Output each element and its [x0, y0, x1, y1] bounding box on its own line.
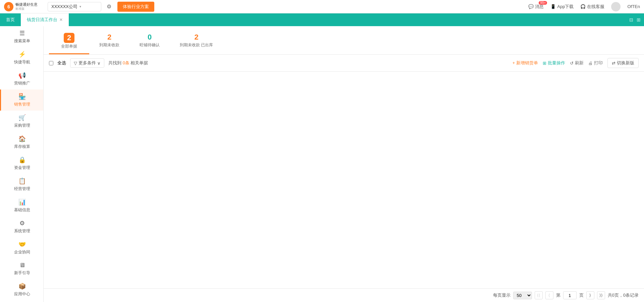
company-name: XXXXXX公司 [51, 4, 77, 10]
total-text: 共0页，0条记录 [608, 292, 639, 298]
logo-sub: 标准版 [15, 7, 38, 11]
sidebar-label-basic-info: 基础信息 [14, 207, 30, 213]
app-center-icon: 📦 [18, 283, 26, 290]
sidebar-label-search-menu: 搜索菜单 [14, 38, 30, 44]
print-icon: 🖨 [588, 61, 593, 66]
last-page-button[interactable]: ⟩⟩ [597, 291, 605, 299]
next-page-button[interactable]: ⟩ [586, 291, 594, 299]
sidebar-item-system[interactable]: ⚙ 系统管理 [0, 216, 43, 237]
operations-icon: 📋 [18, 177, 26, 185]
message-button[interactable]: 💬 消息 99+ [528, 4, 544, 10]
tab-bar: 首页 钱货日清工作台 ✕ ⊟ ⊞ [0, 13, 644, 26]
sidebar-label-newbie: 新手引导 [14, 270, 30, 276]
sidebar-item-enterprise[interactable]: 🤝 企业协同 [0, 237, 43, 258]
settings-button[interactable]: ⚙ [104, 2, 114, 12]
stats-tabs: 2 全部单据 2 到期未收款 0 旺铺待确认 2 到期未收款 已出库 [44, 26, 644, 55]
trial-button[interactable]: 体验行业方案 [117, 2, 154, 12]
content-area: 2 全部单据 2 到期未收款 0 旺铺待确认 2 到期未收款 已出库 全选 ▽ … [44, 26, 644, 302]
sidebar-item-quick-nav[interactable]: ⚡ 快捷导航 [0, 47, 43, 68]
pagination: 每页显示 50 100 200 ⟨⟨ ⟨ 第 页 ⟩ ⟩⟩ 共0页，0条记录 [44, 288, 644, 302]
first-page-button[interactable]: ⟨⟨ [535, 291, 543, 299]
sidebar-item-enterprise-wechat[interactable]: 💬 企业微信 [0, 300, 43, 302]
page-suffix: 页 [579, 292, 584, 298]
search-menu-icon: ☰ [19, 29, 25, 37]
headset-icon: 🎧 [580, 4, 586, 9]
minimize-icon[interactable]: ⊟ [629, 17, 633, 22]
sidebar-item-inventory[interactable]: 🏠 库存核算 [0, 132, 43, 153]
sidebar-item-newbie[interactable]: 🖥 新手引导 [0, 258, 43, 279]
sidebar-item-basic-info[interactable]: 📊 基础信息 [0, 195, 43, 216]
chevron-down-filter-icon: ∨ [97, 61, 101, 66]
company-selector[interactable]: XXXXXX公司 ▾ [48, 2, 101, 11]
header-right: 💬 消息 99+ 📱 App下载 🎧 在线客服 OfTEn [528, 2, 640, 11]
app-download-button[interactable]: 📱 App下载 [550, 4, 574, 10]
refresh-button[interactable]: ↺ 刷新 [570, 60, 584, 66]
sidebar-label-system: 系统管理 [14, 228, 30, 234]
maximize-icon[interactable]: ⊞ [637, 17, 641, 22]
per-page-select[interactable]: 50 100 200 [513, 292, 532, 299]
stat-num-overdue: 2 [107, 33, 111, 42]
page-input[interactable] [563, 291, 577, 299]
marketing-icon: 📢 [18, 72, 26, 79]
stat-num-overdue-out: 2 [195, 33, 199, 42]
tab-close-icon[interactable]: ✕ [59, 17, 63, 22]
stat-tab-overdue[interactable]: 2 到期未收款 [89, 30, 129, 54]
sidebar-label-inventory: 库存核算 [14, 144, 30, 149]
username: OfTEn [627, 4, 640, 9]
stat-label-overdue: 到期未收款 [99, 42, 119, 48]
per-page-label: 每页显示 [493, 292, 511, 298]
toolbar-right: + 新增销货单 ⊞ 批量操作 ↺ 刷新 🖨 打印 ⇄ 切换新版 [513, 58, 639, 68]
avatar[interactable] [611, 2, 621, 11]
sidebar-item-marketing[interactable]: 📢 营销推广 [0, 68, 43, 89]
select-all-checkbox[interactable] [49, 61, 53, 65]
sidebar-label-operations: 经营管理 [14, 186, 30, 192]
sidebar-label-app-center: 应用中心 [14, 291, 30, 297]
stat-label-pending: 旺铺待确认 [140, 42, 160, 48]
filter-button[interactable]: ▽ 更多条件 ∨ [70, 58, 104, 68]
finance-icon: 🔒 [18, 156, 26, 164]
inventory-icon: 🏠 [18, 135, 26, 142]
sidebar-label-sales: 销售管理 [14, 102, 30, 107]
sidebar-item-finance[interactable]: 🔒 资金管理 [0, 153, 43, 174]
online-service-label: 在线客服 [587, 4, 604, 10]
print-button[interactable]: 🖨 打印 [588, 60, 603, 66]
sidebar-label-finance: 资金管理 [14, 165, 30, 171]
system-icon: ⚙ [19, 220, 25, 227]
tab-cashflow[interactable]: 钱货日清工作台 ✕ [21, 13, 69, 26]
top-header: 6 畅捷通好生意 标准版 XXXXXX公司 ▾ ⚙ 体验行业方案 💬 消息 99… [0, 0, 644, 13]
tab-actions: ⊟ ⊞ [629, 17, 644, 22]
logo-area: 6 畅捷通好生意 标准版 [4, 2, 48, 11]
sidebar-item-search-menu[interactable]: ☰ 搜索菜单 [0, 26, 43, 47]
newbie-icon: 🖥 [19, 262, 25, 269]
filter-icon: ▽ [74, 61, 77, 66]
stat-tab-overdue-out[interactable]: 2 到期未收款 已出库 [170, 30, 223, 54]
stat-tab-all[interactable]: 2 全部单据 [49, 30, 89, 54]
add-sales-order-button[interactable]: + 新增销货单 [513, 60, 538, 66]
batch-operation-button[interactable]: ⊞ 批量操作 [543, 60, 565, 66]
table-area [44, 72, 644, 288]
sidebar-item-purchase[interactable]: 🛒 采购管理 [0, 111, 43, 132]
toolbar: 全选 ▽ 更多条件 ∨ 共找到 0条 相关单据 + 新增销货单 ⊞ 批量操作 ↺ [44, 55, 644, 72]
sidebar-item-app-center[interactable]: 📦 应用中心 [0, 279, 43, 300]
sidebar-label-purchase: 采购管理 [14, 123, 30, 128]
stat-tab-pending[interactable]: 0 旺铺待确认 [129, 30, 170, 54]
online-service-button[interactable]: 🎧 在线客服 [580, 4, 604, 10]
switch-new-version-button[interactable]: ⇄ 切换新版 [607, 58, 639, 68]
stat-label-overdue-out: 到期未收款 已出库 [180, 42, 213, 48]
refresh-icon: ↺ [570, 61, 574, 66]
sidebar-item-sales[interactable]: 🏪 销售管理 [0, 89, 43, 111]
switch-icon: ⇄ [612, 61, 615, 66]
batch-icon: ⊞ [543, 61, 546, 66]
found-count: 0条 [123, 60, 129, 65]
enterprise-icon: 🤝 [18, 241, 26, 248]
stat-num-pending: 0 [148, 33, 152, 42]
sidebar-item-operations[interactable]: 📋 经营管理 [0, 174, 43, 195]
sidebar: ☰ 搜索菜单 ⚡ 快捷导航 📢 营销推广 🏪 销售管理 🛒 采购管理 🏠 库存核… [0, 26, 44, 302]
sales-icon: 🏪 [18, 93, 26, 100]
prev-page-button[interactable]: ⟨ [545, 291, 553, 299]
select-all-label: 全选 [57, 60, 66, 66]
message-badge: 99+ [539, 1, 547, 5]
sidebar-label-quick-nav: 快捷导航 [14, 59, 30, 65]
sidebar-label-enterprise: 企业协同 [14, 249, 30, 255]
tab-home[interactable]: 首页 [0, 13, 21, 26]
